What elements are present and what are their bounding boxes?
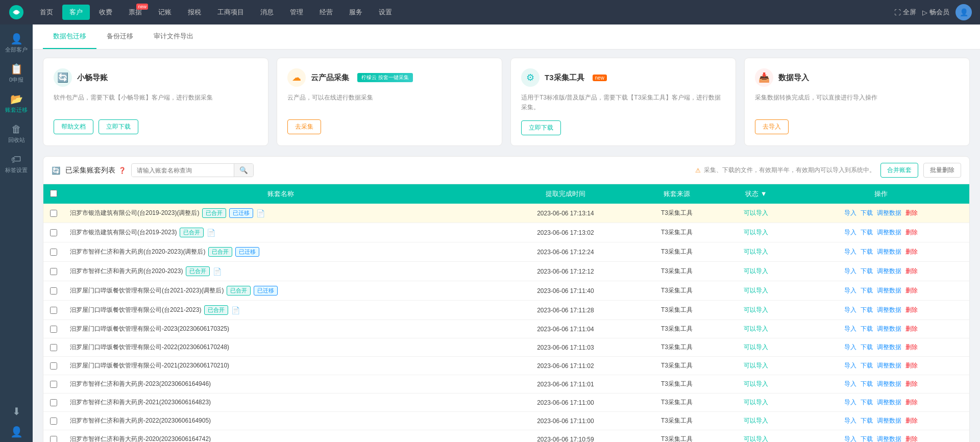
xiaochang-help-button[interactable]: 帮助文档 (54, 119, 93, 134)
action-下载-link[interactable]: 下载 (861, 209, 873, 216)
action-调整数据-link[interactable]: 调整数据 (877, 267, 901, 275)
file-icon[interactable]: 📄 (207, 229, 215, 237)
action-导入-link[interactable]: 导入 (844, 380, 856, 387)
list-help-icon[interactable]: ❓ (118, 167, 126, 174)
action-删除-link[interactable]: 删除 (905, 325, 918, 332)
batch-delete-button[interactable]: 批量删除 (923, 163, 961, 178)
action-调整数据-link[interactable]: 调整数据 (877, 248, 901, 255)
action-导入-link[interactable]: 导入 (844, 417, 856, 424)
action-删除-link[interactable]: 删除 (905, 343, 918, 351)
action-调整数据-link[interactable]: 调整数据 (877, 417, 901, 424)
merge-button[interactable]: 合并账套 (880, 163, 918, 178)
search-input[interactable] (132, 164, 234, 177)
action-删除-link[interactable]: 删除 (905, 362, 918, 369)
fullscreen-button[interactable]: ⛶ 全屏 (894, 8, 916, 17)
action-导入-link[interactable]: 导入 (844, 248, 856, 255)
nav-bookkeep[interactable]: 记账 (151, 5, 179, 20)
member-button[interactable]: ▷ 畅会员 (922, 8, 949, 17)
row-checkbox[interactable] (50, 287, 57, 294)
action-删除-link[interactable]: 删除 (905, 248, 918, 255)
t3tool-download-button[interactable]: 立即下载 (521, 120, 561, 135)
action-下载-link[interactable]: 下载 (861, 306, 873, 313)
row-checkbox[interactable] (50, 344, 57, 351)
action-调整数据-link[interactable]: 调整数据 (877, 399, 901, 406)
col-status[interactable]: 状态 ▼ (720, 184, 793, 204)
action-调整数据-link[interactable]: 调整数据 (877, 325, 901, 332)
row-checkbox[interactable] (50, 326, 57, 333)
row-checkbox[interactable] (50, 210, 57, 217)
nav-ops[interactable]: 经营 (312, 5, 340, 20)
action-导入-link[interactable]: 导入 (844, 435, 856, 442)
row-checkbox[interactable] (50, 268, 57, 275)
row-checkbox[interactable] (50, 307, 57, 314)
sidebar-item-download[interactable]: ⬇ (8, 401, 25, 422)
row-checkbox[interactable] (50, 229, 57, 236)
nav-biz[interactable]: 工商项目 (210, 5, 251, 20)
action-下载-link[interactable]: 下载 (861, 325, 873, 332)
action-下载-link[interactable]: 下载 (861, 287, 873, 294)
sidebar-item-account-migration[interactable]: 📂 账套迁移 (0, 89, 33, 119)
user-avatar[interactable]: 👤 (955, 4, 972, 20)
tab-backup-migration[interactable]: 备份迁移 (96, 24, 143, 49)
action-导入-link[interactable]: 导入 (844, 267, 856, 275)
action-删除-link[interactable]: 删除 (905, 435, 918, 442)
list-refresh-icon[interactable]: 🔄 (52, 166, 60, 175)
action-删除-link[interactable]: 删除 (905, 417, 918, 424)
action-导入-link[interactable]: 导入 (844, 287, 856, 294)
action-下载-link[interactable]: 下载 (861, 229, 873, 236)
nav-service[interactable]: 服务 (342, 5, 370, 20)
tab-data-migration[interactable]: 数据包迁移 (43, 24, 96, 49)
nav-tax[interactable]: 报税 (181, 5, 208, 20)
xiaochang-download-button[interactable]: 立即下载 (99, 119, 138, 134)
action-调整数据-link[interactable]: 调整数据 (877, 229, 901, 236)
tab-audit-export[interactable]: 审计文件导出 (143, 24, 204, 49)
action-调整数据-link[interactable]: 调整数据 (877, 209, 901, 216)
nav-fee[interactable]: 收费 (92, 5, 119, 20)
action-调整数据-link[interactable]: 调整数据 (877, 287, 901, 294)
action-下载-link[interactable]: 下载 (861, 417, 873, 424)
action-下载-link[interactable]: 下载 (861, 362, 873, 369)
action-删除-link[interactable]: 删除 (905, 267, 918, 275)
action-调整数据-link[interactable]: 调整数据 (877, 435, 901, 442)
action-导入-link[interactable]: 导入 (844, 362, 856, 369)
row-checkbox[interactable] (50, 436, 57, 442)
sidebar-item-tag-settings[interactable]: 🏷 标签设置 (0, 149, 33, 179)
action-导入-link[interactable]: 导入 (844, 306, 856, 313)
action-调整数据-link[interactable]: 调整数据 (877, 362, 901, 369)
action-下载-link[interactable]: 下载 (861, 399, 873, 406)
action-删除-link[interactable]: 删除 (905, 306, 918, 313)
action-下载-link[interactable]: 下载 (861, 435, 873, 442)
nav-home[interactable]: 首页 (33, 5, 60, 20)
action-删除-link[interactable]: 删除 (905, 380, 918, 387)
cloud-collect-button[interactable]: 去采集 (287, 119, 321, 134)
action-调整数据-link[interactable]: 调整数据 (877, 306, 901, 313)
row-checkbox[interactable] (50, 418, 57, 425)
action-调整数据-link[interactable]: 调整数据 (877, 343, 901, 351)
action-导入-link[interactable]: 导入 (844, 325, 856, 332)
nav-msg[interactable]: 消息 (253, 5, 281, 20)
action-下载-link[interactable]: 下载 (861, 380, 873, 387)
sidebar-item-user[interactable]: 👤 (8, 422, 25, 442)
nav-customer[interactable]: 客户 (62, 5, 90, 20)
action-删除-link[interactable]: 删除 (905, 209, 918, 216)
file-icon[interactable]: 📄 (213, 267, 222, 276)
action-下载-link[interactable]: 下载 (861, 267, 873, 275)
import-go-button[interactable]: 去导入 (755, 119, 789, 134)
sidebar-item-zero-declaration[interactable]: 📋 0申报 (0, 59, 33, 89)
action-下载-link[interactable]: 下载 (861, 343, 873, 351)
action-下载-link[interactable]: 下载 (861, 248, 873, 255)
action-删除-link[interactable]: 删除 (905, 229, 918, 236)
action-导入-link[interactable]: 导入 (844, 343, 856, 351)
action-删除-link[interactable]: 删除 (905, 399, 918, 406)
action-导入-link[interactable]: 导入 (844, 399, 856, 406)
row-checkbox[interactable] (50, 362, 57, 370)
sidebar-item-recycle[interactable]: 🗑 回收站 (0, 119, 33, 149)
search-button[interactable]: 🔍 (234, 164, 253, 177)
action-删除-link[interactable]: 删除 (905, 287, 918, 294)
row-checkbox[interactable] (50, 399, 57, 406)
sidebar-item-all-customers[interactable]: 👤 全部客户 (0, 29, 33, 59)
nav-settings[interactable]: 设置 (372, 5, 399, 20)
action-调整数据-link[interactable]: 调整数据 (877, 380, 901, 387)
row-checkbox[interactable] (50, 249, 57, 256)
select-all-checkbox[interactable] (50, 190, 57, 197)
